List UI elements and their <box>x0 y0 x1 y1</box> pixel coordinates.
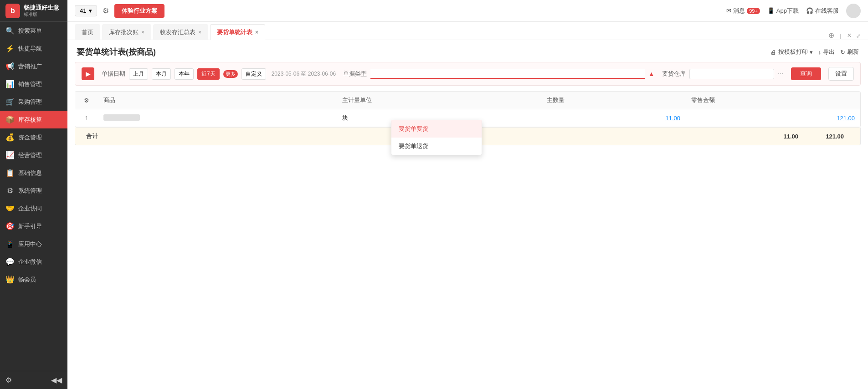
sidebar-member-label: 畅会员 <box>18 276 62 284</box>
sidebar-item-marketing[interactable]: 📢 营销推广 <box>0 57 67 75</box>
date-btn-custom[interactable]: 自定义 <box>241 68 266 80</box>
tab-order-summary-close[interactable]: × <box>255 29 258 36</box>
date-btn-last-7days[interactable]: 近7天 <box>197 68 220 80</box>
print-template-label: 按模板打印 <box>778 48 808 56</box>
tab-receive-summary-label: 收发存汇总表 <box>160 28 195 36</box>
warehouse-filter-input[interactable] <box>689 69 774 79</box>
wechat-icon: 💬 <box>5 257 15 266</box>
basic-icon: 📋 <box>5 169 15 177</box>
member-icon: 👑 <box>5 275 15 284</box>
tab-receive-summary-close[interactable]: × <box>198 29 201 36</box>
type-filter-group: 单据类型 ▲ <box>343 69 655 79</box>
sidebar-item-wechat[interactable]: 💬 企业微信 <box>0 253 67 271</box>
headset-icon: 🎧 <box>806 7 813 14</box>
table-column-amount: 零售金额 <box>686 92 860 109</box>
sidebar-item-system[interactable]: ⚙ 系统管理 <box>0 182 67 200</box>
topbar-gear-icon[interactable]: ⚙ <box>103 6 109 15</box>
online-service-button[interactable]: 🎧 在线客服 <box>806 7 839 15</box>
messages-badge: 99+ <box>747 8 760 14</box>
user-avatar[interactable] <box>846 4 861 18</box>
settings-bottom-icon[interactable]: ⚙ <box>5 376 12 384</box>
quick-nav-icon: ⚡ <box>5 44 15 53</box>
query-button[interactable]: 查询 <box>791 67 821 80</box>
filter-expand-button[interactable]: ▶ <box>82 67 94 80</box>
tab-receive-summary[interactable]: 收发存汇总表 × <box>153 24 208 40</box>
type-filter-label: 单据类型 <box>343 70 367 78</box>
footer-total-qty: 11.00 <box>755 133 809 140</box>
tab-home[interactable]: 首页 <box>75 24 100 40</box>
sidebar-item-search[interactable]: 🔍 搜索菜单 <box>0 22 67 40</box>
sidebar-quick-nav-label: 快捷导航 <box>18 45 62 53</box>
dropdown-item-order-goods[interactable]: 要货单要货 <box>391 120 482 138</box>
purchase-icon: 🛒 <box>5 97 15 106</box>
inventory-icon: 📦 <box>5 115 15 124</box>
sidebar-corp-label: 企业协同 <box>18 205 62 213</box>
type-filter-input[interactable] <box>370 69 645 79</box>
sidebar-item-guide[interactable]: 🎯 新手引导 <box>0 217 67 235</box>
warehouse-more-icon[interactable]: ··· <box>778 70 784 78</box>
sidebar-search-label: 搜索菜单 <box>18 27 62 35</box>
collapse-bottom-icon[interactable]: ◀◀ <box>51 376 62 384</box>
finance-icon: 💰 <box>5 133 15 142</box>
tabbar-expand-icon[interactable]: ⊕ | × ⤢ <box>828 31 861 40</box>
topbar: 41 ▾ ⚙ 体验行业方案 ✉ 消息 99+ 📱 App下载 🎧 在线客服 <box>67 0 868 22</box>
date-btn-this-month[interactable]: 本月 <box>152 68 171 80</box>
sidebar-item-basic[interactable]: 📋 基础信息 <box>0 164 67 182</box>
table-column-qty: 主数量 <box>541 92 686 109</box>
tab-inventory-batch[interactable]: 库存批次账 × <box>102 24 151 40</box>
row-qty: 11.00 <box>541 109 686 127</box>
sidebar-item-inventory[interactable]: 📦 库存核算 <box>0 111 67 128</box>
print-template-button[interactable]: 🖨 按模板打印 ▾ <box>770 48 813 56</box>
page-actions: 🖨 按模板打印 ▾ ↓ 导出 ↻ 刷新 <box>770 48 859 56</box>
app-logo: b 畅捷通好生意 标准版 <box>0 0 67 22</box>
trial-button[interactable]: 体验行业方案 <box>114 4 164 18</box>
table-header-row: ⚙ 商品 主计量单位 主数量 零售金额 <box>75 92 860 109</box>
tab-inventory-batch-close[interactable]: × <box>141 29 144 36</box>
sidebar-item-quick-nav[interactable]: ⚡ 快捷导航 <box>0 40 67 57</box>
table-column-gear[interactable]: ⚙ <box>75 92 98 109</box>
export-icon: ↓ <box>818 49 822 56</box>
dropdown-item-order-return[interactable]: 要货单退货 <box>391 138 482 155</box>
company-value: 41 <box>80 7 86 14</box>
sidebar-item-finance[interactable]: 💰 资金管理 <box>0 128 67 146</box>
table-column-unit: 主计量单位 <box>337 92 541 109</box>
warehouse-filter-label: 要货仓库 <box>662 70 686 78</box>
tab-home-label: 首页 <box>82 28 93 36</box>
tab-order-summary[interactable]: 要货单统计表 × <box>210 24 265 40</box>
date-btn-this-year[interactable]: 本年 <box>175 68 194 80</box>
footer-total-amount: 121.00 <box>809 133 855 140</box>
date-range-display: 2023-05-06 至 2023-06-06 <box>272 70 336 78</box>
sidebar-operations-label: 经营管理 <box>18 151 62 159</box>
messages-label: 消息 <box>733 7 745 15</box>
date-more-badge[interactable]: 更多 <box>223 70 238 78</box>
sidebar-item-member[interactable]: 👑 畅会员 <box>0 271 67 288</box>
sidebar-bottom: ⚙ ◀◀ <box>0 371 67 389</box>
sidebar-item-operations[interactable]: 📈 经营管理 <box>0 146 67 164</box>
app-title: 畅捷通好生意 <box>24 4 59 12</box>
table-column-goods: 商品 <box>98 92 337 109</box>
sidebar-wechat-label: 企业微信 <box>18 258 62 266</box>
type-dropdown-toggle[interactable]: ▲ <box>648 70 655 77</box>
phone-icon: 📱 <box>767 7 775 14</box>
app-subtitle: 标准版 <box>24 11 59 17</box>
sidebar-item-apps[interactable]: 📱 应用中心 <box>0 235 67 253</box>
export-button[interactable]: ↓ 导出 <box>818 48 835 56</box>
messages-button[interactable]: ✉ 消息 99+ <box>726 7 760 15</box>
row-goods <box>98 109 337 127</box>
sidebar-item-sales[interactable]: 📊 销售管理 <box>0 75 67 93</box>
sidebar-finance-label: 资金管理 <box>18 133 62 142</box>
system-icon: ⚙ <box>5 186 15 195</box>
tab-order-summary-label: 要货单统计表 <box>217 28 252 36</box>
date-btn-last-month[interactable]: 上月 <box>129 68 148 80</box>
sidebar-item-purchase[interactable]: 🛒 采购管理 <box>0 93 67 111</box>
company-selector[interactable]: 41 ▾ <box>75 5 97 16</box>
app-download-button[interactable]: 📱 App下载 <box>767 7 799 15</box>
topbar-right: ✉ 消息 99+ 📱 App下载 🎧 在线客服 <box>726 4 861 18</box>
refresh-button[interactable]: ↻ 刷新 <box>840 48 859 56</box>
export-label: 导出 <box>823 48 835 56</box>
sidebar-item-corp[interactable]: 🤝 企业协同 <box>0 200 67 217</box>
filter-settings-button[interactable]: 设置 <box>828 67 854 81</box>
page-header: 要货单统计表(按商品) 🖨 按模板打印 ▾ ↓ 导出 ↻ 刷新 <box>67 40 868 62</box>
apps-icon: 📱 <box>5 240 15 248</box>
sidebar-inventory-label: 库存核算 <box>18 116 62 124</box>
